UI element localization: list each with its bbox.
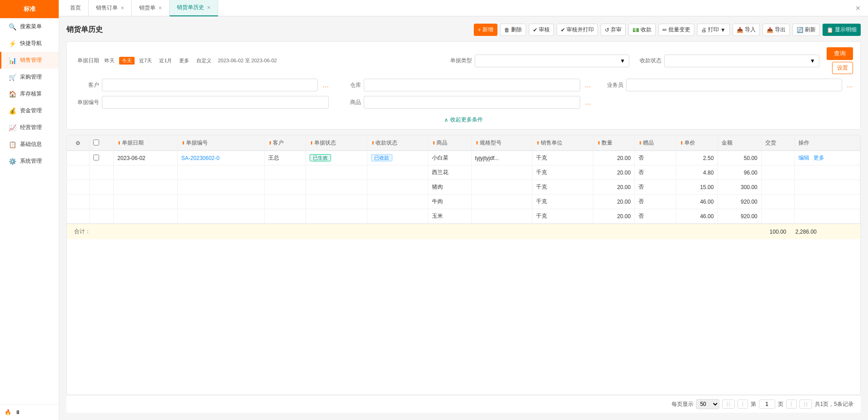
page-number-input[interactable] xyxy=(759,400,775,409)
col-doc-date[interactable]: ⬆单据日期 xyxy=(114,135,177,151)
display-detail-button[interactable]: 📋 显示明细 xyxy=(823,24,861,36)
search-icon: 🔍 xyxy=(9,23,16,30)
close-all-tabs-button[interactable]: ✕ xyxy=(852,3,864,14)
col-gear[interactable]: ⚙ xyxy=(67,135,89,151)
sidebar-item-search-menu[interactable]: 🔍 搜索菜单 xyxy=(0,18,59,35)
print-button[interactable]: 🖨 打印 ▼ xyxy=(697,24,730,36)
date-tag-1month[interactable]: 近1月 xyxy=(156,57,175,65)
col-doc-no[interactable]: ⬆单据编号 xyxy=(177,135,265,151)
close-sales-delivery-tab[interactable]: ✕ xyxy=(158,5,162,10)
new-button[interactable]: + 新增 xyxy=(474,24,497,36)
row-action: 编辑 更多 xyxy=(795,151,860,165)
delete-button[interactable]: 🗑 删除 xyxy=(500,24,526,36)
sidebar-item-system-mgmt[interactable]: ⚙️ 系统管理 xyxy=(0,153,59,170)
date-tag-custom[interactable]: 自定义 xyxy=(194,57,214,65)
warehouse-input[interactable] xyxy=(364,79,580,91)
row-qty: 20.00 xyxy=(593,165,634,180)
warehouse-picker-icon[interactable]: … xyxy=(585,81,591,89)
customer-picker-icon[interactable]: … xyxy=(322,81,329,89)
pause-icon[interactable]: ⏸ xyxy=(15,409,20,415)
tab-sales-delivery-label: 销货单 xyxy=(139,4,156,12)
audit-button[interactable]: ✔ 审核 xyxy=(529,24,554,36)
date-tag-7days[interactable]: 近7天 xyxy=(136,57,155,65)
goods-input[interactable] xyxy=(364,96,580,109)
batch-change-button[interactable]: ✏ 批量变更 xyxy=(658,24,694,36)
first-page-button[interactable]: ⟨⟨ xyxy=(722,400,735,409)
row-customer xyxy=(265,195,306,209)
salesperson-picker-icon[interactable]: … xyxy=(847,81,853,89)
row-amount: 50.00 xyxy=(717,151,761,165)
salesperson-input[interactable] xyxy=(626,79,842,91)
doc-no-input[interactable] xyxy=(102,96,329,109)
tab-bar: 首页 销售订单 ✕ 销货单 ✕ 销货单历史 ✕ ✕ xyxy=(59,0,868,16)
collect-button[interactable]: 💵 收款 xyxy=(628,24,656,36)
form-row-2: 客户 … 仓库 … 业务员 … xyxy=(74,79,853,91)
audit-print-button[interactable]: ✔ 审核并打印 xyxy=(557,24,598,36)
row-gift: 否 xyxy=(635,195,676,209)
payment-status-select[interactable]: ▼ xyxy=(664,55,819,67)
page-size-select[interactable]: 50 10 20 100 xyxy=(696,399,719,409)
col-qty[interactable]: ⬆数量 xyxy=(593,135,634,151)
doc-type-select[interactable]: ▼ xyxy=(475,55,630,67)
collapse-label: 收起更多条件 xyxy=(450,116,483,124)
goods-picker-icon[interactable]: … xyxy=(585,99,591,106)
sidebar-item-sales-mgmt[interactable]: 📊 销售管理 xyxy=(0,52,59,69)
row-gift: 否 xyxy=(635,165,676,180)
toolbar: + 新增 🗑 删除 ✔ 审核 ✔ 审核并打印 ↺ 弃审 xyxy=(474,24,861,36)
col-customer[interactable]: ⬆客户 xyxy=(265,135,306,151)
col-payment-status[interactable]: ⬆收款状态 xyxy=(367,135,428,151)
edit-link[interactable]: 编辑 xyxy=(798,155,809,161)
row-goods: 小白菜 xyxy=(428,151,471,165)
row-select-checkbox[interactable] xyxy=(93,155,99,160)
tab-sales-order[interactable]: 销售订单 ✕ xyxy=(89,0,132,16)
sidebar-item-quick-nav[interactable]: ⚡ 快捷导航 xyxy=(0,35,59,52)
row-unit: 千克 xyxy=(532,180,593,195)
doc-status-badge: 已生效 xyxy=(310,154,331,161)
date-tag-yesterday[interactable]: 昨天 xyxy=(102,57,117,65)
payment-status-label: 收款状态 xyxy=(637,57,662,65)
printer-icon: 🖨 xyxy=(701,27,707,33)
export-button[interactable]: 📤 导出 xyxy=(763,24,790,36)
close-sales-order-tab[interactable]: ✕ xyxy=(120,5,124,10)
sidebar-item-purchase-mgmt[interactable]: 🛒 采购管理 xyxy=(0,69,59,85)
tab-sales-history[interactable]: 销货单历史 ✕ xyxy=(170,0,218,16)
form-item-payment-status: 收款状态 ▼ xyxy=(637,55,819,67)
select-all-checkbox[interactable] xyxy=(93,140,99,145)
doc-type-label: 单据类型 xyxy=(447,57,472,65)
col-goods[interactable]: ⬆商品 xyxy=(428,135,471,151)
tab-home[interactable]: 首页 xyxy=(63,0,89,16)
col-doc-status[interactable]: ⬆单据状态 xyxy=(306,135,367,151)
row-amount: 920.00 xyxy=(717,195,761,209)
query-button[interactable]: 查询 xyxy=(827,47,853,60)
sidebar-item-business[interactable]: 📈 经营管理 xyxy=(0,119,59,136)
prev-page-button[interactable]: ⟨ xyxy=(738,400,748,409)
col-gift[interactable]: ⬆赠品 xyxy=(635,135,676,151)
more-link[interactable]: 更多 xyxy=(813,155,824,161)
row-unit: 千克 xyxy=(532,151,593,165)
customer-input[interactable] xyxy=(102,79,318,91)
money-icon: 💰 xyxy=(9,107,16,115)
row-spec: tyjyjtyjdf... xyxy=(471,151,532,165)
date-tag-today[interactable]: 今天 xyxy=(119,57,135,65)
col-unit[interactable]: ⬆销售单位 xyxy=(532,135,593,151)
date-tag-more[interactable]: 更多 xyxy=(176,57,192,65)
fire-icon[interactable]: 🔥 xyxy=(5,409,11,415)
doc-no-link[interactable]: SA-20230602-0 xyxy=(181,155,220,161)
col-price[interactable]: ⬆单价 xyxy=(676,135,717,151)
sidebar-item-basic-info[interactable]: 📋 基础信息 xyxy=(0,136,59,153)
last-page-button[interactable]: ⟩⟩ xyxy=(799,400,812,409)
abandon-button[interactable]: ↺ 弃审 xyxy=(601,24,626,36)
row-gift: 否 xyxy=(635,151,676,165)
sidebar-item-inventory[interactable]: 🏠 库存核算 xyxy=(0,85,59,102)
sidebar-item-finance[interactable]: 💰 资金管理 xyxy=(0,102,59,119)
import-button[interactable]: 📥 导入 xyxy=(733,24,760,36)
col-spec[interactable]: ⬆规格型号 xyxy=(471,135,532,151)
row-customer xyxy=(265,180,306,195)
settings-button[interactable]: 设置 xyxy=(832,62,853,74)
close-sales-history-tab[interactable]: ✕ xyxy=(207,5,211,10)
next-page-button[interactable]: ⟩ xyxy=(786,400,797,409)
row-gear xyxy=(67,195,89,209)
collapse-button[interactable]: ∧ 收起更多条件 xyxy=(74,113,853,124)
refresh-button[interactable]: 🔄 刷新 xyxy=(793,24,820,36)
tab-sales-delivery[interactable]: 销货单 ✕ xyxy=(132,0,170,16)
